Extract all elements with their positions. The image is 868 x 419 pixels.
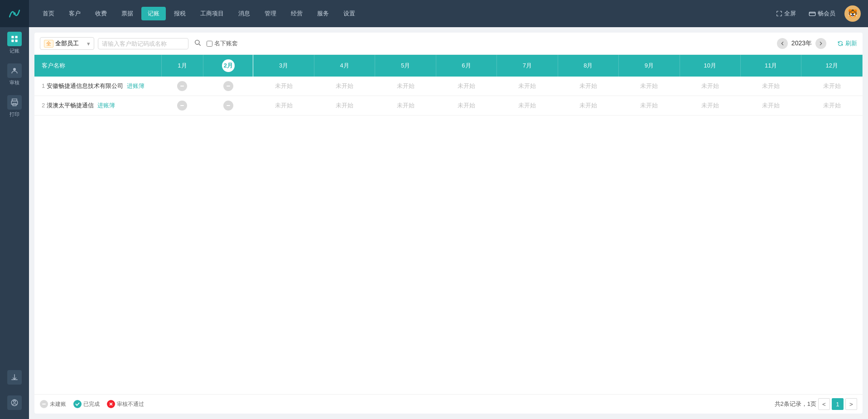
status-dot — [177, 81, 187, 91]
month-cell-10[interactable]: 未开始 — [680, 96, 740, 116]
status-not-started: 未开始 — [640, 82, 658, 89]
nav-accounting[interactable]: 记账 — [141, 7, 166, 20]
sidebar-item-accounting[interactable]: 记账 — [0, 27, 29, 59]
month-cell-11[interactable]: 未开始 — [741, 96, 801, 116]
nav-message[interactable]: 消息 — [232, 7, 256, 20]
nav-right: 全屏 畅会员 🐯 — [772, 5, 861, 22]
month-cell-9[interactable]: 未开始 — [619, 96, 680, 116]
prev-year-button[interactable] — [777, 38, 788, 49]
sidebar-item-print[interactable]: 打印 — [0, 91, 29, 122]
month-cell-7[interactable]: 未开始 — [497, 96, 558, 116]
nav-tax[interactable]: 报税 — [168, 7, 192, 20]
sidebar: 记账 审核 打印 — [0, 0, 29, 419]
client-name: 安徽畅捷通信息技术有限公司 — [47, 82, 123, 89]
status-not-started: 未开始 — [518, 102, 536, 109]
month-cell-6[interactable]: 未开始 — [436, 96, 497, 116]
month-cell-12[interactable]: 未开始 — [801, 77, 863, 96]
sidebar-item-review[interactable]: 审核 — [0, 59, 29, 91]
month-cell-1[interactable] — [161, 77, 203, 96]
col-jul: 7月 — [497, 55, 558, 77]
sidebar-item-download[interactable] — [0, 366, 29, 389]
app-logo[interactable] — [0, 0, 29, 27]
avatar[interactable]: 🐯 — [844, 5, 861, 22]
print-icon — [7, 95, 22, 110]
month-cell-12[interactable]: 未开始 — [801, 96, 863, 116]
search-input[interactable] — [98, 38, 188, 49]
status-not-started: 未开始 — [275, 82, 293, 89]
nav-customer[interactable]: 客户 — [63, 7, 87, 20]
nav-management[interactable]: 管理 — [258, 7, 283, 20]
table-row: 2漠澳太平畅捷通信进账簿未开始未开始未开始未开始未开始未开始未开始未开始未开始未… — [34, 96, 863, 116]
status-not-started: 未开始 — [823, 102, 841, 109]
accounting-icon — [7, 32, 22, 46]
sidebar-accounting-label: 记账 — [10, 48, 19, 54]
status-not-started: 未开始 — [762, 102, 780, 109]
sidebar-print-label: 打印 — [10, 111, 19, 118]
employee-select-label: 全部员工 — [55, 39, 79, 48]
review-icon — [7, 63, 22, 78]
vip-button[interactable]: 畅会员 — [805, 8, 839, 19]
download-icon — [7, 370, 22, 385]
month-cell-3[interactable]: 未开始 — [253, 96, 314, 116]
legend-rejected: 审核不通过 — [107, 400, 144, 408]
refresh-button[interactable]: 刷新 — [837, 39, 857, 48]
nav-billing[interactable]: 收费 — [89, 7, 113, 20]
col-name: 客户名称 — [34, 55, 161, 77]
search-button[interactable] — [192, 37, 203, 50]
page-1-button[interactable]: 1 — [832, 398, 844, 410]
enter-ledger-link[interactable]: 进账簿 — [127, 82, 145, 89]
month-cell-4[interactable]: 未开始 — [314, 77, 375, 96]
prev-page-button[interactable]: < — [818, 398, 830, 410]
nav-invoice[interactable]: 票据 — [115, 7, 140, 20]
month-cell-8[interactable]: 未开始 — [558, 96, 618, 116]
nav-operations[interactable]: 经营 — [285, 7, 309, 20]
support-icon — [7, 395, 22, 410]
status-not-started: 未开始 — [397, 82, 415, 89]
pagination: 共2条记录，1页 < 1 > — [775, 398, 857, 410]
status-not-started: 未开始 — [336, 82, 353, 89]
col-aug: 8月 — [558, 55, 618, 77]
enter-ledger-link[interactable]: 进账簿 — [97, 102, 115, 109]
month-cell-1[interactable] — [161, 96, 203, 116]
client-name: 漠澳太平畅捷通信 — [47, 102, 94, 109]
sidebar-item-support[interactable] — [0, 391, 29, 414]
month-cell-10[interactable]: 未开始 — [680, 77, 740, 96]
my-accounts-checkbox[interactable]: 名下账套 — [207, 39, 238, 48]
month-cell-7[interactable]: 未开始 — [497, 77, 558, 96]
svg-rect-2 — [15, 36, 18, 38]
legend-not-created-label: 未建账 — [50, 400, 66, 408]
employee-select[interactable]: 全 全部员工 ▾ — [40, 37, 94, 50]
svg-point-5 — [13, 68, 16, 71]
nav-business[interactable]: 工商项目 — [194, 7, 230, 20]
month-cell-8[interactable]: 未开始 — [558, 77, 618, 96]
nav-service[interactable]: 服务 — [311, 7, 335, 20]
col-dec: 12月 — [801, 55, 863, 77]
month-cell-9[interactable]: 未开始 — [619, 77, 680, 96]
status-not-started: 未开始 — [579, 82, 597, 89]
col-feb: 2月 — [203, 55, 253, 77]
status-not-started: 未开始 — [823, 82, 841, 89]
month-cell-5[interactable]: 未开始 — [375, 77, 436, 96]
avatar-emoji: 🐯 — [848, 9, 858, 19]
col-sep: 9月 — [619, 55, 680, 77]
month-cell-2[interactable] — [203, 96, 253, 116]
table-wrap: 客户名称 1月 2月 3月 4月 5月 6月 7月 8月 9月 — [34, 55, 863, 394]
month-cell-2[interactable] — [203, 77, 253, 96]
col-apr: 4月 — [314, 55, 375, 77]
svg-line-13 — [199, 44, 201, 46]
month-cell-4[interactable]: 未开始 — [314, 96, 375, 116]
month-cell-3[interactable]: 未开始 — [253, 77, 314, 96]
month-cell-5[interactable]: 未开始 — [375, 96, 436, 116]
col-nov: 11月 — [741, 55, 801, 77]
content-area: 全 全部员工 ▾ 名下账套 2023年 — [29, 27, 868, 419]
table-row: 1安徽畅捷通信息技术有限公司进账簿未开始未开始未开始未开始未开始未开始未开始未开… — [34, 77, 863, 96]
next-page-button[interactable]: > — [845, 398, 857, 410]
fullscreen-button[interactable]: 全屏 — [772, 8, 800, 19]
my-accounts-checkbox-input[interactable] — [207, 41, 212, 47]
svg-rect-11 — [809, 12, 815, 16]
next-year-button[interactable] — [815, 38, 826, 49]
nav-settings[interactable]: 设置 — [337, 7, 362, 20]
month-cell-11[interactable]: 未开始 — [741, 77, 801, 96]
month-cell-6[interactable]: 未开始 — [436, 77, 497, 96]
nav-home[interactable]: 首页 — [36, 7, 61, 20]
